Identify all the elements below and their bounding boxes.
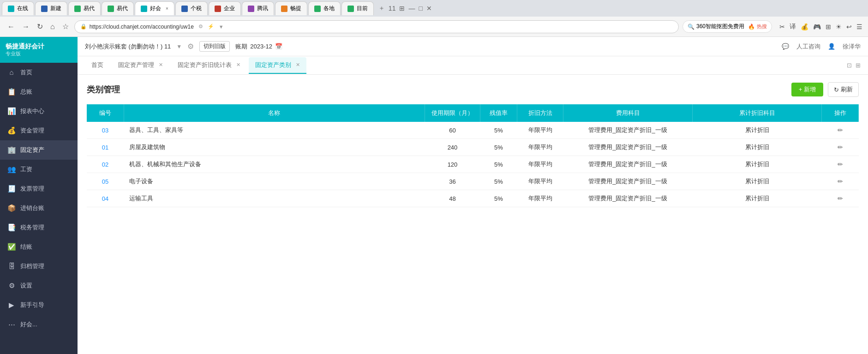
tab-list-btn[interactable]: ⊞ — [399, 5, 405, 12]
home-btn[interactable]: ⌂ — [48, 21, 57, 33]
close-window-btn[interactable]: ✕ — [426, 5, 432, 12]
category-header: 类别管理 + 新增 ↻ 刷新 — [87, 82, 859, 97]
browser-tab-7[interactable]: 企业 — [209, 1, 241, 15]
table-row: 03 器具、工具、家具等 60 5% 年限平均 管理费用_固定资产折旧_一级 累… — [87, 122, 859, 139]
sidebar-item-tax[interactable]: 📑 税务管理 — [0, 218, 78, 237]
user-avatar-icon: 👤 — [828, 43, 835, 50]
edit-btn-0[interactable]: ✏ — [838, 126, 843, 134]
sidebar-item-home[interactable]: ⌂ 首页 — [0, 63, 78, 82]
wallet-icon[interactable]: 💰 — [801, 23, 808, 30]
sidebar-item-archive[interactable]: 🗄 归档管理 — [0, 257, 78, 276]
tab-favicon — [314, 6, 321, 12]
tab-fixed-asset-mgmt[interactable]: 固定资产管理 ✕ — [112, 57, 169, 74]
sidebar-item-checkout[interactable]: ✅ 结账 — [0, 237, 78, 257]
tab-close-fa-mgmt[interactable]: ✕ — [159, 62, 163, 68]
consult-label[interactable]: 人工咨询 — [796, 42, 820, 51]
calendar-icon[interactable]: 📅 — [275, 43, 282, 50]
search-icon: 🔍 — [688, 24, 694, 30]
edit-btn-2[interactable]: ✏ — [838, 161, 843, 168]
tab-label-fa-dep: 固定资产折旧统计表 — [178, 61, 232, 69]
sidebar-logo: 畅捷通好会计 专业版 — [0, 37, 78, 63]
sidebar-item-more[interactable]: ⋯ 好会... — [0, 315, 78, 334]
tab-favicon — [41, 6, 48, 12]
browser-tab-10[interactable]: 各地 — [308, 1, 341, 15]
cell-action-3: ✏ — [822, 173, 859, 190]
menu-icon[interactable]: ☰ — [856, 23, 862, 30]
url-text: https://cloud.chanjet.com/accounting/uw1… — [90, 24, 194, 30]
sidebar-nav: ⌂ 首页 📋 总账 📊 报表中心 💰 资金管理 🏢 固定资产 👥 工资 — [0, 63, 78, 354]
cell-accum-1: 累计折旧 — [693, 139, 822, 156]
ledger-icon: 📋 — [7, 88, 16, 96]
dropdown-arrow[interactable]: ▼ — [176, 43, 182, 50]
tab-favicon — [181, 6, 188, 12]
tab-home[interactable]: 首页 — [85, 57, 110, 74]
tab-label-home: 首页 — [91, 61, 103, 69]
period-label: 账期 — [235, 42, 247, 51]
cell-expense-3: 管理费用_固定资产折旧_一级 — [563, 173, 693, 190]
expand-tab-icon[interactable]: ⊞ — [856, 62, 861, 69]
tab-close-fa-cat[interactable]: ✕ — [296, 62, 300, 68]
brightness-icon[interactable]: ☀ — [836, 23, 842, 30]
browser-tab-11[interactable]: 目前 — [341, 1, 374, 15]
funds-icon: 💰 — [7, 126, 16, 135]
add-btn[interactable]: + 新增 — [791, 83, 823, 96]
back-btn[interactable]: ← — [6, 21, 17, 33]
cell-period-0: 60 — [425, 122, 480, 139]
th-code: 编号 — [87, 104, 124, 122]
sidebar-item-settings[interactable]: ⚙ 设置 — [0, 276, 78, 295]
sidebar-item-inventory[interactable]: 📦 进销台账 — [0, 198, 78, 218]
browser-tab-8[interactable]: 腾讯 — [242, 1, 274, 15]
maximize-btn[interactable]: □ — [419, 5, 422, 12]
cell-period-1: 240 — [425, 139, 480, 156]
sidebar-item-guide[interactable]: ▶ 新手引导 — [0, 295, 78, 315]
new-tab-btn[interactable]: ＋ — [378, 4, 385, 12]
cell-name-2: 机器、机械和其他生产设备 — [124, 156, 425, 173]
browser-tab-online[interactable]: 在线 — [2, 1, 34, 15]
forward-btn[interactable]: → — [20, 21, 31, 33]
cell-expense-2: 管理费用_固定资产折旧_一级 — [563, 156, 693, 173]
grid-icon[interactable]: ⊞ — [826, 23, 831, 30]
cut-icon[interactable]: ✂ — [779, 23, 785, 30]
browser-tab-3[interactable]: 易代 — [68, 1, 101, 15]
game-icon[interactable]: 🎮 — [813, 23, 821, 30]
user-name: 徐泽华 — [843, 42, 861, 51]
th-period: 使用期限（月） — [425, 104, 480, 122]
sidebar-item-reports[interactable]: 📊 报表中心 — [0, 102, 78, 121]
edit-btn-4[interactable]: ✏ — [838, 195, 843, 202]
browser-tab-5[interactable]: 好会 × — [135, 1, 174, 15]
reload-btn[interactable]: ↻ — [35, 20, 45, 33]
cell-name-3: 电子设备 — [124, 173, 425, 190]
minimize-tab-icon[interactable]: ⊡ — [847, 62, 852, 69]
edit-btn-3[interactable]: ✏ — [838, 178, 843, 185]
settings-topbar-icon[interactable]: ⚙ — [187, 42, 194, 51]
browser-tab-6[interactable]: 个税 — [175, 1, 208, 15]
cell-period-2: 120 — [425, 156, 480, 173]
tab-fa-depreciation[interactable]: 固定资产折旧统计表 ✕ — [171, 57, 247, 74]
consult-icon: 💬 — [782, 43, 789, 50]
minimize-btn[interactable]: — — [408, 5, 415, 12]
tab-favicon — [281, 6, 287, 12]
refresh-btn[interactable]: ↻ 刷新 — [828, 82, 859, 97]
cell-period-4: 48 — [425, 190, 480, 207]
header-actions: + 新增 ↻ 刷新 — [791, 82, 859, 97]
browser-tab-9[interactable]: 畅提 — [275, 1, 307, 15]
sidebar-item-invoice[interactable]: 🧾 发票管理 — [0, 179, 78, 198]
logo-sub: 专业版 — [6, 50, 44, 57]
bookmark-btn[interactable]: ☆ — [60, 20, 71, 33]
sidebar-item-fixed-assets[interactable]: 🏢 固定资产 — [0, 140, 78, 160]
browser-tab-4[interactable]: 易代 — [102, 1, 134, 15]
tab-fa-category[interactable]: 固定资产类别 ✕ — [249, 57, 306, 74]
sidebar-item-payroll[interactable]: 👥 工资 — [0, 160, 78, 179]
address-input[interactable]: 🔒 https://cloud.chanjet.com/accounting/u… — [74, 20, 679, 33]
tab-close-fa-dep[interactable]: ✕ — [236, 62, 240, 68]
sidebar-item-ledger[interactable]: 📋 总账 — [0, 82, 78, 102]
edit-btn-1[interactable]: ✏ — [838, 144, 843, 151]
translate-icon[interactable]: 译 — [790, 23, 796, 31]
sidebar-item-funds[interactable]: 💰 资金管理 — [0, 121, 78, 140]
undo-icon[interactable]: ↩ — [846, 23, 852, 30]
tab-close-btn[interactable]: × — [166, 6, 168, 11]
switch-version-btn[interactable]: 切到旧版 — [199, 41, 230, 52]
browser-tab-new[interactable]: 新建 — [35, 1, 67, 15]
search-area[interactable]: 🔍 360智能抠图免费用 🔥 热搜 — [682, 20, 772, 33]
cell-accum-4: 累计折旧 — [693, 190, 822, 207]
